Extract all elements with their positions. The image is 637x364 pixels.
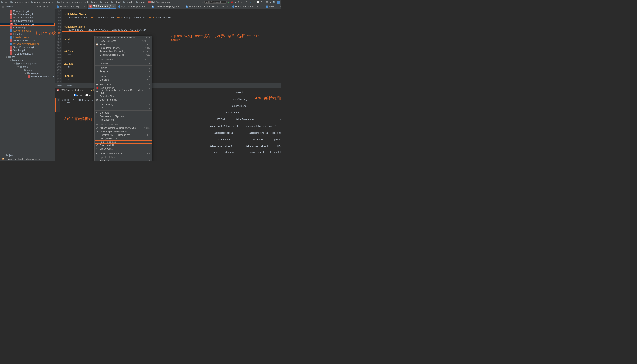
editor-tabs[interactable]: CSQLParseEngine.java×ADMLStatement.g4×CS…	[55, 4, 281, 9]
parse-tree-node[interactable]: tableReferences	[236, 118, 254, 121]
menu-item[interactable]: ⇄Compare with Clipboard	[95, 114, 152, 118]
parse-tree-node[interactable]: booleanPrimary_:1	[272, 131, 281, 134]
close-icon[interactable]: ×	[260, 5, 262, 8]
parse-tree-node[interactable]: alias:1	[261, 145, 268, 148]
hide-icon[interactable]: —	[51, 5, 53, 8]
parse-tree-node[interactable]: predicate:7	[274, 138, 281, 141]
breadcrumb-item[interactable]: sharding-core	[11, 1, 27, 4]
vcs-commit-icon[interactable]: ✓	[253, 1, 255, 4]
parse-tree-node[interactable]: bitExpr:1	[276, 145, 281, 148]
parse-tree-panel[interactable]: selectunionClause_selectClausefromClause…	[149, 88, 281, 161]
parse-tree-node[interactable]: select	[236, 91, 243, 94]
tree-item[interactable]: AStoreProcedure.g4	[0, 46, 55, 49]
tree-item[interactable]: ≡Literals.tokens	[0, 36, 55, 39]
tree-item[interactable]: ▾parse	[0, 68, 55, 72]
editor-tab[interactable]: ADMLStatement.g4×	[88, 4, 116, 9]
tree-item[interactable]: ▾org	[0, 55, 55, 58]
coverage-icon[interactable]: ▶	[235, 1, 236, 4]
search-icon[interactable]: 🔍	[273, 1, 275, 4]
close-icon[interactable]: ×	[113, 5, 114, 8]
menu-item[interactable]: ⎔Open on GitHub	[95, 144, 152, 147]
close-icon[interactable]: ×	[84, 5, 85, 8]
settings-icon[interactable]: ⚙	[47, 5, 49, 8]
editor-tab[interactable]: CSelectItemsExtractor.java×	[264, 4, 281, 9]
parse-tree-node[interactable]: fromClause	[226, 111, 239, 114]
parse-tree-node[interactable]: name	[213, 150, 219, 154]
tree-item[interactable]: ADDLStatement.g4	[0, 19, 55, 22]
parse-tree-node[interactable]: FROM	[217, 118, 225, 121]
breadcrumb-item[interactable]: sharding-core-parse	[31, 1, 54, 4]
editor-tab[interactable]: CSQLParserEngine.java×	[116, 4, 150, 9]
tree-item[interactable]: AMySQLStatement.g4	[0, 75, 55, 78]
parse-tree-node[interactable]: escapedTableReference_:1	[246, 124, 277, 128]
menu-item[interactable]: Go To▸	[95, 74, 152, 78]
menu-item[interactable]: Configure ANTLR...	[95, 137, 152, 140]
breadcrumb-item[interactable]: imports	[123, 1, 133, 4]
tree-item[interactable]: ADMLStatement.g4	[0, 22, 55, 26]
breadcrumb-item[interactable]: main	[100, 1, 108, 4]
tree-item[interactable]: AMySQLKeyword.g4	[0, 39, 55, 42]
menu-item[interactable]: AAlibaba Coding Guidelines Analyze⌃⇧⌘J	[95, 126, 152, 130]
menu-item[interactable]: ▶Run Maven▸	[95, 83, 152, 86]
tree-item[interactable]: ATCLStatement.g4	[0, 52, 55, 55]
breadcrumb-item[interactable]: src	[91, 1, 97, 4]
debug-icon[interactable]: 🐞	[231, 1, 233, 4]
menu-item[interactable]: Test Rule select	[95, 140, 152, 144]
parse-tree-node[interactable]: alias:1	[225, 145, 232, 148]
menu-item[interactable]: Folding▸	[95, 66, 152, 70]
parse-tree-node[interactable]: identifier_:1	[258, 150, 271, 154]
menu-item[interactable]: Find Usages⌥F7	[95, 58, 152, 62]
menu-item[interactable]: ✎Toggle Highlight of All Occurrences⌃⌘F3	[95, 36, 152, 39]
profile-icon[interactable]: ◷	[237, 1, 239, 4]
editor-tab[interactable]: CPredicateExtractor.java×	[230, 4, 264, 9]
project-view-icon[interactable]: ▤	[2, 5, 4, 8]
close-icon[interactable]: ×	[146, 5, 148, 8]
parse-tree-node[interactable]: escapedTableReference_:1	[208, 124, 238, 128]
parse-tree-node[interactable]: name	[249, 150, 256, 154]
tree-item[interactable]: ≡MySQLKeyword.tokens	[0, 42, 55, 46]
breadcrumb-item[interactable]: mysql	[136, 1, 145, 4]
menu-item[interactable]: ◐Analyze with SonarLint⇧⌘S	[95, 152, 152, 156]
parse-tree-node[interactable]: WHERE	[280, 118, 281, 121]
tree-item[interactable]: ▾autogen	[0, 72, 55, 75]
parse-tree-node[interactable]: simpleExpr:4	[273, 150, 281, 154]
breadcrumb-item[interactable]: ADMLStatement.g4	[148, 1, 170, 4]
menu-item[interactable]: Copy Reference⌥⇧⌘C	[95, 39, 152, 43]
parse-tree-node[interactable]: tableName	[210, 145, 222, 148]
tree-item[interactable]: ASymbol.g4	[0, 49, 55, 52]
menu-item[interactable]: ✕Close inspection on the fly	[95, 130, 152, 133]
file-radio[interactable]: File	[85, 94, 92, 97]
menu-item[interactable]: Paste without Formatting⌥⇧⌘V	[95, 50, 152, 53]
vcs-update-icon[interactable]: ↙	[250, 1, 252, 4]
input-radio[interactable]: Input	[74, 94, 82, 97]
menu-item[interactable]: Reveal in Finder	[95, 94, 152, 98]
menu-item[interactable]: Refactor▸	[95, 62, 152, 65]
parse-tree-node[interactable]: identifier_:1	[225, 150, 238, 154]
java-folder[interactable]: java	[0, 154, 55, 157]
parse-tree-node[interactable]: selectClause	[232, 104, 246, 107]
avatar-icon[interactable]	[277, 0, 280, 4]
menu-item[interactable]: FindBugs▸	[95, 159, 152, 161]
run-icon[interactable]: ▶	[228, 1, 229, 4]
menu-item[interactable]: Git▸	[95, 106, 152, 110]
breadcrumb-item[interactable]: antlr4	[111, 1, 120, 4]
breadcrumb-item[interactable]: sharding-core-parse-mysql	[57, 1, 88, 4]
menu-item[interactable]: GGo Tools▸	[95, 111, 152, 114]
menu-item[interactable]: ▣Open in Terminal	[95, 98, 152, 102]
tree-item[interactable]: ▾core	[0, 65, 55, 68]
tree-item[interactable]: ▾shardingsphere	[0, 62, 55, 65]
close-icon[interactable]: ×	[180, 5, 182, 8]
editor-tab[interactable]: CSQLSegmentsExtractorEngine.java×	[184, 4, 230, 9]
vcs-revert-icon[interactable]: ↶	[260, 1, 262, 4]
menu-item[interactable]: Local History▸	[95, 103, 152, 106]
parse-tree-node[interactable]: ,	[241, 124, 241, 128]
menu-item[interactable]: Analyze▸	[95, 70, 152, 73]
fwd-icon[interactable]: →	[201, 1, 203, 4]
tree-item[interactable]: AKeyword.g4	[0, 26, 55, 29]
back-icon[interactable]: ←	[197, 1, 200, 4]
editor-tab[interactable]: CParseRuleRegistry.java×	[150, 4, 184, 9]
cloud-icon[interactable]: ☁	[269, 1, 271, 4]
breadcrumb-item[interactable]: ere	[1, 1, 7, 4]
run-config-selector[interactable]: Add Configuration...	[204, 0, 226, 4]
parse-tree-node[interactable]: tableName	[246, 145, 258, 148]
